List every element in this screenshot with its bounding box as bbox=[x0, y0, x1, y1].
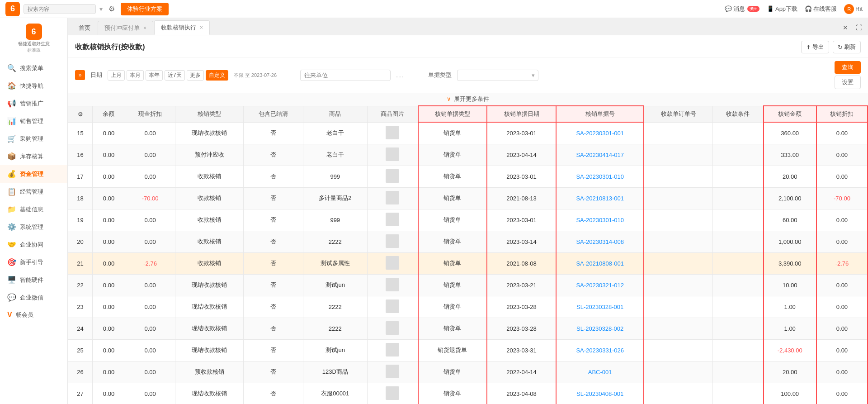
top-bar-left: 6 ▾ ⚙ 体验行业方案 bbox=[5, 2, 721, 16]
sidebar-item-purchase[interactable]: 🛒 采购管理 bbox=[0, 130, 67, 147]
writeoff-no-link[interactable]: SA-20230301-010 bbox=[576, 217, 624, 223]
cell-writeoff-amount: 1.00 bbox=[764, 296, 816, 318]
sidebar-item-collab[interactable]: 🤝 企业协同 bbox=[0, 236, 67, 253]
date-btn-last-month[interactable]: 上月 bbox=[108, 70, 125, 81]
chevron-down-icon[interactable]: ▾ bbox=[99, 5, 103, 13]
industry-solution-button[interactable]: 体验行业方案 bbox=[121, 3, 169, 15]
counterpart-input[interactable] bbox=[300, 70, 391, 81]
cell-writeoff-amount: 20.00 bbox=[764, 166, 816, 187]
tab-close-all-icon[interactable]: ✕ bbox=[840, 22, 851, 33]
cell-goods: 999 bbox=[303, 209, 367, 231]
sidebar-item-search[interactable]: 🔍 搜索菜单 bbox=[0, 59, 67, 77]
cell-writeoff-no[interactable]: SA-20210808-001 bbox=[556, 252, 644, 274]
cell-writeoff-no[interactable]: SL-20230328-002 bbox=[556, 318, 644, 339]
tab-receipt-close[interactable]: × bbox=[200, 24, 203, 31]
cell-writeoff-bill-type: 销货单 bbox=[418, 187, 487, 209]
writeoff-no-link[interactable]: ABC-001 bbox=[588, 369, 612, 375]
tab-prepay-close[interactable]: × bbox=[143, 25, 146, 31]
cell-receipt-order-no bbox=[644, 166, 712, 187]
search-input[interactable] bbox=[24, 4, 96, 14]
message-button[interactable]: 💬 消息 99+ bbox=[725, 5, 760, 13]
voucher-type-select-wrapper: ▾ bbox=[457, 70, 538, 81]
date-btn-more[interactable]: 更多 bbox=[187, 70, 204, 81]
cell-writeoff-no[interactable]: SA-20210813-001 bbox=[556, 187, 644, 209]
cell-writeoff-date: 2023-03-31 bbox=[487, 339, 556, 361]
cell-idx: 18 bbox=[68, 187, 93, 209]
sidebar-item-system[interactable]: ⚙️ 系统管理 bbox=[0, 218, 67, 236]
tab-receipt[interactable]: 收款核销执行 × bbox=[154, 20, 210, 35]
cell-writeoff-type: 收款核销 bbox=[175, 231, 244, 252]
writeoff-no-link[interactable]: SA-20210813-001 bbox=[576, 195, 624, 202]
cell-writeoff-no[interactable]: SA-20230331-026 bbox=[556, 339, 644, 361]
sidebar-logo: 6 畅捷通谱好生意 标准版 bbox=[0, 18, 67, 59]
user-avatar: R bbox=[844, 4, 854, 14]
cell-writeoff-bill-type: 销货单 bbox=[418, 122, 487, 144]
cell-writeoff-no[interactable]: SA-20230301-010 bbox=[556, 209, 644, 231]
cell-writeoff-no[interactable]: SL-20230328-001 bbox=[556, 296, 644, 318]
th-writeoff-discount: 核销折扣 bbox=[816, 106, 868, 122]
cell-idx: 24 bbox=[68, 318, 93, 339]
date-btn-this-year[interactable]: 本年 bbox=[146, 70, 163, 81]
cell-goods-image bbox=[367, 252, 418, 274]
cell-cash-discount: 0.00 bbox=[125, 361, 175, 383]
settings-button[interactable]: 设置 bbox=[835, 76, 861, 89]
cell-writeoff-no[interactable]: SA-20230301-001 bbox=[556, 122, 644, 144]
date-btn-this-month[interactable]: 本月 bbox=[127, 70, 144, 81]
cell-writeoff-no[interactable]: ABC-001 bbox=[556, 361, 644, 383]
user-profile[interactable]: R Rit bbox=[844, 4, 863, 14]
writeoff-no-link[interactable]: SA-20230314-008 bbox=[576, 238, 624, 245]
writeoff-no-link[interactable]: SA-20210808-001 bbox=[576, 260, 624, 267]
cell-balance: 0.00 bbox=[93, 252, 125, 274]
expand-more-button[interactable]: ∨ 展开更多条件 bbox=[447, 95, 489, 103]
sidebar-item-inventory[interactable]: 📦 库存核算 bbox=[0, 147, 67, 165]
cell-writeoff-type: 预付冲应收 bbox=[175, 144, 244, 166]
gear-icon[interactable]: ⚙ bbox=[106, 4, 117, 14]
sidebar-item-guide[interactable]: 🎯 新手引导 bbox=[0, 253, 67, 271]
writeoff-no-link[interactable]: SA-20230321-012 bbox=[576, 282, 624, 289]
tab-home[interactable]: 首页 bbox=[71, 21, 98, 35]
writeoff-no-link[interactable]: SA-20230331-026 bbox=[576, 347, 624, 354]
writeoff-no-link[interactable]: SL-20230408-001 bbox=[576, 390, 623, 397]
sidebar-item-basic[interactable]: 📁 基础信息 bbox=[0, 200, 67, 218]
voucher-type-select[interactable] bbox=[457, 70, 538, 81]
date-btn-custom[interactable]: 自定义 bbox=[206, 70, 228, 81]
tab-prepay[interactable]: 预付冲应付单 × bbox=[98, 21, 153, 35]
writeoff-no-link[interactable]: SL-20230328-002 bbox=[576, 325, 623, 332]
cell-goods-image bbox=[367, 144, 418, 166]
cell-cash-discount: 0.00 bbox=[125, 274, 175, 296]
sidebar-item-finance[interactable]: 💰 资金管理 bbox=[0, 165, 67, 183]
cell-include-settled: 否 bbox=[244, 122, 303, 144]
date-range-display: 不限 至 2023-07-26 bbox=[234, 72, 277, 79]
writeoff-no-link[interactable]: SL-20230328-001 bbox=[576, 304, 623, 310]
sidebar-item-operations[interactable]: 📋 经营管理 bbox=[0, 183, 67, 200]
cell-writeoff-no[interactable]: SA-20230414-017 bbox=[556, 144, 644, 166]
sidebar-item-hardware[interactable]: 🖥️ 智能硬件 bbox=[0, 271, 67, 289]
filter-expand-toggle[interactable]: » bbox=[75, 70, 85, 80]
export-button[interactable]: ⬆ 导出 bbox=[801, 41, 829, 53]
filter-row: » 日期 上月 本月 本年 近7天 更多 自定义 不限 至 2023-07-26 bbox=[75, 61, 861, 89]
sidebar-item-vip[interactable]: V 畅会员 bbox=[0, 306, 67, 323]
writeoff-no-link[interactable]: SA-20230301-010 bbox=[576, 173, 624, 180]
cell-goods-image bbox=[367, 209, 418, 231]
cell-writeoff-no[interactable]: SA-20230301-010 bbox=[556, 166, 644, 187]
voucher-type-label: 单据类型 bbox=[428, 71, 452, 79]
app-download-button[interactable]: 📱 App下载 bbox=[767, 5, 797, 13]
cell-writeoff-amount: 3,390.00 bbox=[764, 252, 816, 274]
query-button[interactable]: 查询 bbox=[835, 61, 861, 74]
sidebar-item-shortcuts[interactable]: 🏠 快捷导航 bbox=[0, 77, 67, 95]
sidebar-item-wechat[interactable]: 💬 企业微信 bbox=[0, 289, 67, 306]
cell-writeoff-no[interactable]: SA-20230314-008 bbox=[556, 231, 644, 252]
sidebar-item-marketing[interactable]: 📢 营销推广 bbox=[0, 95, 67, 112]
page-content: 收款核销执行(按收款) ⬆ 导出 ↻ 刷新 bbox=[68, 35, 868, 404]
cell-writeoff-no[interactable]: SA-20230321-012 bbox=[556, 274, 644, 296]
refresh-button[interactable]: ↻ 刷新 bbox=[833, 41, 861, 53]
cell-writeoff-date: 2021-08-13 bbox=[487, 187, 556, 209]
date-btn-7days[interactable]: 近7天 bbox=[165, 70, 185, 81]
writeoff-no-link[interactable]: SA-20230301-001 bbox=[576, 130, 624, 137]
online-service-button[interactable]: 🎧 在线客服 bbox=[805, 5, 837, 13]
cell-writeoff-no[interactable]: SL-20230408-001 bbox=[556, 383, 644, 404]
tab-expand-icon[interactable]: ⛶ bbox=[854, 22, 864, 33]
writeoff-no-link[interactable]: SA-20230414-017 bbox=[576, 152, 624, 158]
sidebar-item-sales[interactable]: 📊 销售管理 bbox=[0, 112, 67, 130]
cell-receipt-condition bbox=[712, 296, 763, 318]
